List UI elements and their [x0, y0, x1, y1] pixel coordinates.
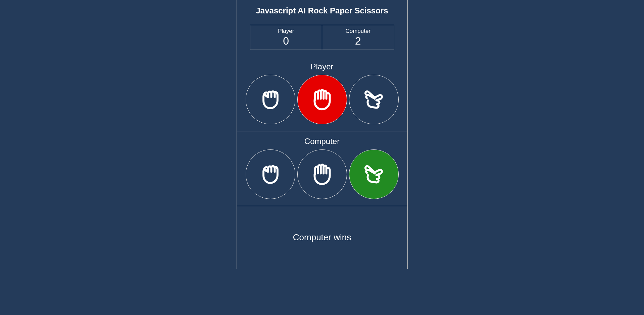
- player-section: Player: [237, 57, 407, 131]
- computer-choice-paper: [297, 149, 347, 199]
- game-panel: Javascript AI Rock Paper Scissors Player…: [237, 0, 408, 269]
- score-player-cell: Player 0: [250, 25, 322, 50]
- computer-choice-rock: [246, 149, 295, 199]
- paper-icon: [307, 159, 338, 190]
- score-computer-cell: Computer 2: [322, 25, 394, 50]
- paper-icon: [307, 84, 338, 115]
- score-table: Player 0 Computer 2: [250, 25, 394, 50]
- score-player-value: 0: [250, 35, 322, 47]
- computer-choices: [237, 149, 407, 199]
- page-title: Javascript AI Rock Paper Scissors: [237, 6, 407, 15]
- player-choice-paper[interactable]: [297, 75, 347, 124]
- player-choice-rock[interactable]: [246, 75, 295, 124]
- player-section-title: Player: [237, 62, 407, 71]
- score-computer-value: 2: [322, 35, 394, 47]
- result-section: Computer wins: [237, 206, 407, 269]
- scissors-icon: [358, 84, 389, 115]
- player-choices: [237, 75, 407, 124]
- rock-icon: [255, 84, 286, 115]
- score-computer-label: Computer: [322, 28, 394, 35]
- scissors-icon: [358, 159, 389, 190]
- rock-icon: [255, 159, 286, 190]
- computer-section: Computer: [237, 131, 407, 206]
- result-message: Computer wins: [237, 232, 407, 243]
- computer-section-title: Computer: [237, 137, 407, 146]
- score-player-label: Player: [250, 28, 322, 35]
- computer-choice-scissors: [349, 149, 399, 199]
- player-choice-scissors[interactable]: [349, 75, 399, 124]
